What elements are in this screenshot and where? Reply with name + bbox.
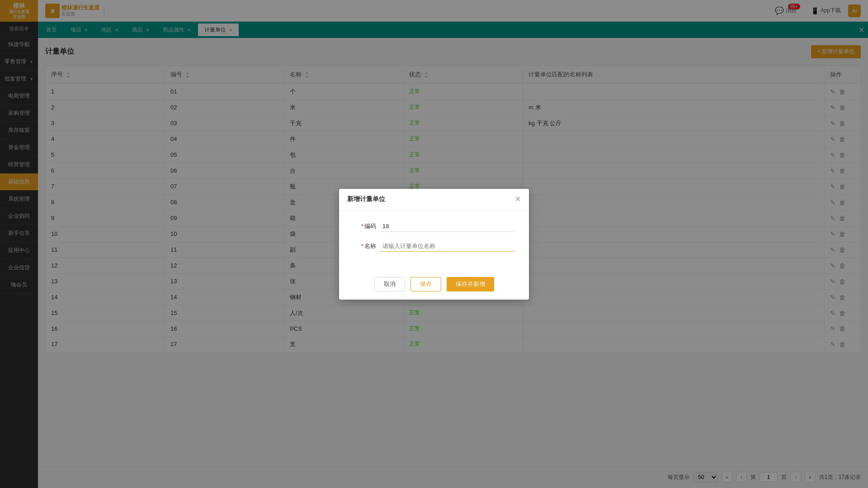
code-input[interactable] (380, 221, 514, 232)
save-button[interactable]: 保存 (410, 277, 441, 291)
name-form-row: 名称 (354, 241, 514, 252)
modal-title: 新增计量单位 (347, 195, 385, 203)
modal-body: 编码 名称 (339, 210, 529, 272)
cancel-button[interactable]: 取消 (374, 277, 405, 291)
modal-close-button[interactable]: ✕ (515, 196, 521, 203)
save-and-add-button[interactable]: 保存并新增 (447, 277, 494, 291)
name-label: 名称 (354, 242, 376, 250)
code-form-row: 编码 (354, 221, 514, 232)
add-unit-modal: 新增计量单位 ✕ 编码 名称 取消 保存 保存并新增 (339, 189, 529, 300)
modal-footer: 取消 保存 保存并新增 (339, 272, 529, 300)
modal-header: 新增计量单位 ✕ (339, 189, 529, 210)
modal-overlay[interactable]: 新增计量单位 ✕ 编码 名称 取消 保存 保存并新增 (0, 0, 868, 488)
code-label: 编码 (354, 222, 376, 230)
name-input[interactable] (380, 241, 514, 252)
